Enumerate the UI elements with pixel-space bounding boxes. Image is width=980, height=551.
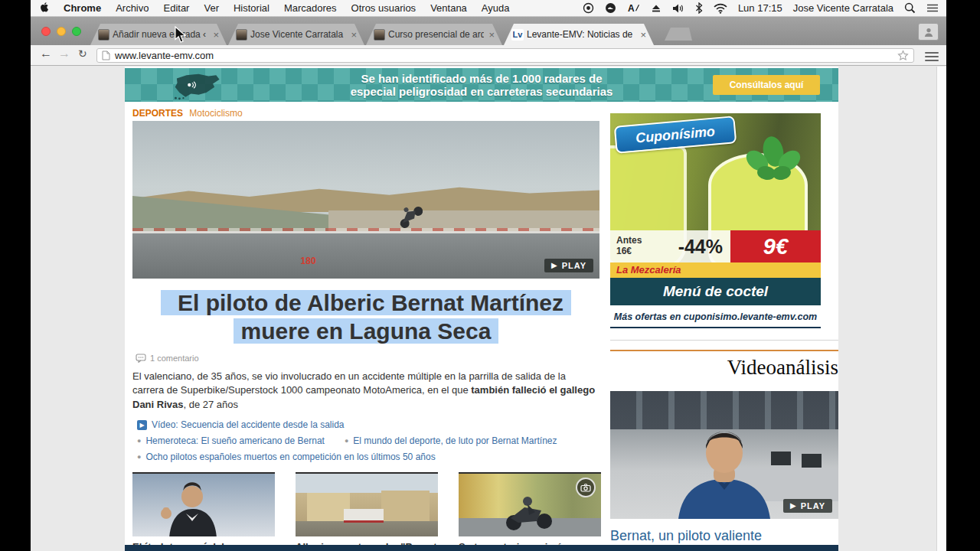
menu-ver[interactable]: Ver xyxy=(204,2,219,14)
tab2-close-icon[interactable]: × xyxy=(349,29,358,41)
breadcrumb-section[interactable]: DEPORTES xyxy=(132,108,183,119)
bookmark-star-icon[interactable] xyxy=(897,50,909,61)
volume-icon[interactable] xyxy=(672,3,684,14)
bus-shape xyxy=(344,509,384,523)
menu-editar[interactable]: Editar xyxy=(163,2,189,14)
ad-price-badge: 9€ xyxy=(730,230,821,262)
ad-price-left: Antes 16€ -44% xyxy=(610,230,730,262)
tab4-title: Levante-EMV: Noticias de xyxy=(527,29,635,40)
comments-row[interactable]: 1 comentario xyxy=(132,354,599,363)
sidebar-divider xyxy=(610,340,838,341)
comments-count[interactable]: 1 comentario xyxy=(150,354,199,363)
ad-more-offers-link[interactable]: Más ofertas en cuponisimo.levante-emv.co… xyxy=(610,311,821,322)
page-icon xyxy=(102,51,110,60)
videoanalysis-section: Videoanálisis xyxy=(610,350,838,551)
browser-profile-button[interactable] xyxy=(918,23,939,41)
tab-jose-vicente[interactable]: Jose Vicente Carratala | Ot × xyxy=(228,24,364,45)
forward-button[interactable]: → xyxy=(58,47,70,60)
comment-bubble-icon xyxy=(136,354,146,363)
tab-add-new-entry[interactable]: Añadir nueva entrada ‹ Jos × xyxy=(90,24,227,45)
ad-vendor[interactable]: La Mezcalería xyxy=(610,262,821,278)
tab1-title: Añadir nueva entrada ‹ Jos xyxy=(113,29,208,40)
article-lead: El valenciano, de 35 años, se vio involu… xyxy=(132,370,596,412)
menu-marcadores[interactable]: Marcadores xyxy=(284,2,337,14)
back-button[interactable]: ← xyxy=(40,47,52,60)
videoanalysis-title: Videoanálisis xyxy=(610,356,838,380)
spotlight-search-icon[interactable] xyxy=(904,2,916,14)
tab1-close-icon[interactable]: × xyxy=(211,29,220,41)
menu-archivo[interactable]: Archivo xyxy=(116,2,149,14)
video-play-button[interactable]: ▶ PLAY xyxy=(544,259,593,272)
tab-curso-presencial[interactable]: Curso presencial de arquite × xyxy=(366,24,502,45)
address-bar[interactable]: www.levante-emv.com xyxy=(96,48,914,63)
menu-otros-usuarios[interactable]: Otros usuarios xyxy=(351,2,416,14)
breadcrumb: DEPORTES Motociclismo xyxy=(132,108,243,119)
minimize-window-button[interactable] xyxy=(57,27,66,36)
zoom-window-button[interactable] xyxy=(72,27,81,36)
banner-cta-button[interactable]: Consúltalos aquí xyxy=(713,75,820,95)
eject-icon[interactable] xyxy=(651,3,662,14)
cocktail-ad-image[interactable]: Cuponísimo Antes 16€ -44% 9€ xyxy=(610,113,821,262)
menubar-user-name[interactable]: Jose Vicente Carratala xyxy=(793,2,893,14)
chrome-menu-icon[interactable] xyxy=(925,50,939,64)
screen-record-icon[interactable] xyxy=(583,2,594,14)
related-card-1[interactable]: El ´todoterreno´ del motociclismo valenc… xyxy=(132,472,275,551)
url-text[interactable]: www.levante-emv.com xyxy=(115,50,897,61)
chrome-tabstrip: Añadir nueva entrada ‹ Jos × Jose Vicent… xyxy=(31,17,946,45)
ad-before-price: Antes 16€ xyxy=(616,236,642,257)
wifi-icon[interactable] xyxy=(714,3,727,14)
videoanalysis-headline[interactable]: Bernat, un piloto valiente xyxy=(610,528,838,544)
link-hemeroteca[interactable]: Hemeroteca: El sueño americano de Bernat xyxy=(145,435,324,446)
related-links: ▶ Vídeo: Secuencia del accidente desde l… xyxy=(132,419,599,462)
thumb2-image[interactable] xyxy=(296,472,438,536)
bullet-icon: ● xyxy=(345,437,348,445)
menu-historial[interactable]: Historial xyxy=(234,2,270,14)
apple-menu-icon[interactable] xyxy=(38,1,49,15)
input-source-icon[interactable]: A xyxy=(627,2,640,14)
gallery-camera-icon xyxy=(576,478,596,497)
ad-offer-title[interactable]: Menú de coctel xyxy=(610,278,821,305)
spain-map-icon xyxy=(169,70,226,100)
ad-before-label: Antes xyxy=(616,236,642,246)
svg-text:A: A xyxy=(628,3,635,14)
related-row-2b: ● El mundo del deporte, de luto por Bern… xyxy=(345,435,557,446)
new-tab-button[interactable] xyxy=(665,28,692,41)
man-thumbs-up-illustration xyxy=(132,474,275,536)
link-video-secuencia[interactable]: Vídeo: Secuencia del accidente desde la … xyxy=(152,419,345,430)
ad-underline xyxy=(610,327,821,328)
videoanalysis-play-button[interactable]: ▶ PLAY xyxy=(783,499,832,513)
reload-button[interactable]: ↻ xyxy=(78,47,87,60)
creative-cloud-icon[interactable] xyxy=(605,2,616,14)
thumb1-image[interactable] xyxy=(132,472,275,536)
tab4-close-icon[interactable]: × xyxy=(639,29,648,41)
link-luto[interactable]: El mundo del deporte, de luto por Bernat… xyxy=(353,435,557,446)
notification-center-icon[interactable] xyxy=(926,3,939,13)
menu-ayuda[interactable]: Ayuda xyxy=(482,2,510,14)
breadcrumb-subsection[interactable]: Motociclismo xyxy=(189,108,242,119)
bullet-icon: ● xyxy=(137,453,141,461)
related-card-3[interactable]: Su trayectoria, en imágenes xyxy=(459,472,601,551)
thumb3-image[interactable] xyxy=(459,472,601,536)
radar-ad-banner[interactable]: Se han identificado más de 1.000 radares… xyxy=(125,68,838,102)
banner-line1: Se han identificado más de 1.000 radares… xyxy=(278,72,685,85)
related-video-row: ▶ Vídeo: Secuencia del accidente desde l… xyxy=(137,419,599,430)
ad-before-value: 16€ xyxy=(616,246,642,257)
building-shape xyxy=(381,491,430,521)
menu-chrome[interactable]: Chrome xyxy=(64,2,101,14)
lead-post: , de 27 años xyxy=(183,399,238,410)
article-video-still[interactable]: 180 ▶ PLAY xyxy=(132,121,599,279)
menu-ventana[interactable]: Ventana xyxy=(430,2,467,14)
tab3-close-icon[interactable]: × xyxy=(487,29,496,41)
menubar-clock[interactable]: Lun 17:15 xyxy=(738,2,782,14)
link-ocho-pilotos[interactable]: Ocho pilotos españoles muertos en compet… xyxy=(145,452,435,462)
close-window-button[interactable] xyxy=(41,27,51,36)
tab-levante-emv-active[interactable]: Lv Levante-EMV: Noticias de × xyxy=(504,24,654,45)
tab3-title: Curso presencial de arquite xyxy=(388,29,484,40)
person-icon xyxy=(923,27,934,37)
related-card-2[interactable]: Alberic, consternado: "Bernat ha muerto … xyxy=(296,472,438,551)
main-article: 180 ▶ PLAY El piloto de A xyxy=(132,121,599,551)
page-scrollbar[interactable] xyxy=(936,67,946,551)
videoanalysis-thumbnail[interactable]: ▶ PLAY xyxy=(610,391,838,519)
cuponisimo-ad[interactable]: Cuponísimo Antes 16€ -44% 9€ xyxy=(610,113,821,328)
bluetooth-icon[interactable] xyxy=(695,2,703,14)
